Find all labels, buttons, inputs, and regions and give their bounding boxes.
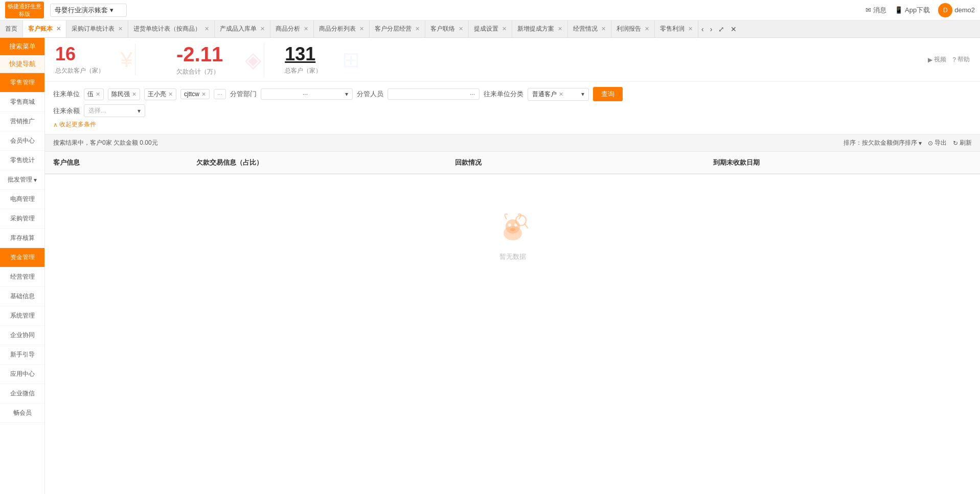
stat-debt-label: 欠款合计（万）: [176, 68, 223, 76]
sidebar-item-quick-nav[interactable]: 快捷导航: [0, 55, 44, 73]
remove-tag-cjttcw[interactable]: ✕: [201, 91, 206, 98]
sidebar-item-finance[interactable]: 资金管理: [0, 248, 44, 267]
tab-expand[interactable]: ⤢: [715, 20, 727, 38]
tab-add-commission[interactable]: 新增提成方案 ✕: [512, 20, 568, 38]
query-button[interactable]: 查询: [593, 87, 623, 101]
sidebar-item-purchase[interactable]: 采购管理: [0, 209, 44, 229]
empty-state: 暂无数据: [45, 174, 980, 292]
remove-tag-chen[interactable]: ✕: [132, 91, 136, 98]
app-download-btn[interactable]: 📱 App下载: [895, 6, 930, 15]
filter-tag-normal[interactable]: 普通客户 ✕: [532, 90, 563, 99]
help-link[interactable]: ? 帮助: [952, 55, 970, 64]
sidebar-item-basic-info[interactable]: 基础信息: [0, 287, 44, 306]
remove-tag-wu[interactable]: ✕: [96, 91, 100, 98]
tab-business[interactable]: 经营情况 ✕: [568, 20, 611, 38]
store-selector[interactable]: 母婴行业演示账套 ▾: [50, 4, 127, 17]
tab-product-analysis-list[interactable]: 商品分析列表 ✕: [314, 20, 370, 38]
user-profile-btn[interactable]: D demo2: [938, 3, 975, 17]
sidebar-item-vip[interactable]: 畅会员: [0, 403, 44, 423]
collapse-button[interactable]: ∧ 收起更多条件: [53, 120, 96, 129]
close-icon[interactable]: ✕: [558, 26, 562, 32]
close-icon[interactable]: ✕: [502, 26, 507, 32]
stats-bar: ¥ 16 总欠款客户（家） ◈ -2.11 欠款合计（万） ⊞ 131 总客户（…: [45, 38, 980, 82]
logo-area: 畅捷通好生意 标版: [5, 2, 46, 18]
sidebar-item-retail[interactable]: 零售管理: [0, 73, 44, 93]
close-icon[interactable]: ✕: [645, 26, 649, 32]
stat1-icon: ¥: [121, 48, 132, 72]
sidebar-item-retail-mall[interactable]: 零售商城: [0, 93, 44, 112]
video-icon: ▶: [928, 56, 932, 63]
tab-goods-stats[interactable]: 进货单统计表（按商品） ✕: [128, 20, 215, 38]
remove-tag-wang[interactable]: ✕: [168, 91, 173, 98]
balance-select[interactable]: 选择... ▾: [84, 104, 145, 117]
stat-customers-label: 总欠款客户（家）: [55, 66, 104, 75]
close-icon[interactable]: ✕: [260, 26, 265, 32]
filter-tag-wang[interactable]: 王小亮 ✕: [144, 88, 176, 100]
tab-customer-layer[interactable]: 客户分层经营 ✕: [370, 20, 425, 38]
sidebar-item-search[interactable]: 搜索菜单: [0, 38, 44, 55]
close-icon[interactable]: ✕: [601, 26, 606, 32]
tab-scroll-left[interactable]: ‹: [698, 20, 707, 38]
sidebar-item-ecommerce[interactable]: 电商管理: [0, 190, 44, 209]
sidebar-item-operations[interactable]: 经营管理: [0, 267, 44, 287]
tab-customer-ledger[interactable]: 客户账本 ✕: [23, 20, 66, 38]
svg-line-6: [525, 224, 528, 228]
filter-row-2: 往来余额 选择... ▾: [53, 104, 972, 117]
sidebar-item-members[interactable]: 会员中心: [0, 131, 44, 151]
filter-tag-wu[interactable]: 伍 ✕: [84, 88, 104, 100]
empty-icon: [492, 205, 533, 246]
sidebar-item-app-center[interactable]: 应用中心: [0, 365, 44, 384]
export-button[interactable]: ⊙ 导出: [928, 139, 947, 147]
download-icon: 📱: [895, 6, 903, 14]
tab-retail-profit[interactable]: 零售利润 ✕: [655, 20, 698, 38]
sort-button[interactable]: 排序：按欠款金额倒序排序 ▾: [844, 139, 922, 147]
close-icon[interactable]: ✕: [204, 26, 209, 32]
filter-tag-cjttcw[interactable]: cjttcw ✕: [180, 89, 210, 99]
tab-home[interactable]: 首页: [0, 20, 23, 38]
help-links: ▶ 视频 ? 帮助: [928, 55, 970, 64]
tab-scroll-right[interactable]: ›: [707, 20, 716, 38]
sidebar-item-wechat[interactable]: 企业微信: [0, 384, 44, 403]
remove-tag-normal[interactable]: ✕: [559, 91, 563, 98]
close-icon[interactable]: ✕: [688, 26, 693, 32]
chevron-down-icon: ▾: [345, 91, 348, 98]
tab-purchase-order[interactable]: 采购订单统计表 ✕: [66, 20, 128, 38]
tab-finished-goods[interactable]: 产成品入库单 ✕: [215, 20, 270, 38]
tab-close-all[interactable]: ✕: [727, 20, 740, 38]
refresh-button[interactable]: ↻ 刷新: [953, 139, 972, 147]
unit-label: 往来单位: [53, 89, 80, 99]
close-icon[interactable]: ✕: [118, 26, 123, 32]
filter-more-tags[interactable]: ···: [214, 89, 226, 99]
person-label: 分管人员: [357, 89, 383, 99]
close-icon[interactable]: ✕: [359, 26, 364, 32]
stat-total-label: 总客户（家）: [285, 66, 322, 75]
svg-point-4: [510, 228, 515, 231]
close-icon[interactable]: ✕: [459, 26, 463, 32]
balance-label: 往来余额: [53, 106, 80, 116]
sidebar-item-newbie[interactable]: 新手引导: [0, 345, 44, 365]
dept-select[interactable]: ··· ▾: [261, 88, 353, 100]
stat-customers-value: 16: [55, 44, 104, 64]
col-customer-info: 客户信息: [53, 156, 196, 169]
messages-btn[interactable]: ✉ 消息: [865, 6, 886, 15]
tab-profit-report[interactable]: 利润报告 ✕: [611, 20, 655, 38]
tab-product-analysis[interactable]: 商品分析 ✕: [270, 20, 314, 38]
close-icon[interactable]: ✕: [56, 26, 61, 32]
sidebar-item-system[interactable]: 系统管理: [0, 306, 44, 326]
filter-tag-chen[interactable]: 陈民强 ✕: [108, 88, 140, 100]
refresh-icon: ↻: [953, 140, 958, 147]
sidebar-item-marketing[interactable]: 营销推广: [0, 112, 44, 131]
unit-class-select[interactable]: 普通客户 ✕ ▾: [528, 88, 589, 101]
sidebar-item-retail-stats[interactable]: 零售统计: [0, 151, 44, 170]
sidebar-item-enterprise[interactable]: 企业协同: [0, 326, 44, 345]
person-select[interactable]: ···: [388, 88, 480, 100]
close-icon[interactable]: ✕: [304, 26, 308, 32]
sidebar-item-inventory[interactable]: 库存核算: [0, 229, 44, 248]
video-link[interactable]: ▶ 视频: [928, 55, 946, 64]
sidebar-item-wholesale[interactable]: 批发管理 ▾: [0, 170, 44, 190]
svg-point-1: [506, 219, 520, 234]
unit-class-label: 往来单位分类: [484, 89, 523, 99]
tab-commission-settings[interactable]: 提成设置 ✕: [469, 20, 512, 38]
tab-customer-contact[interactable]: 客户联络 ✕: [425, 20, 469, 38]
close-icon[interactable]: ✕: [415, 26, 420, 32]
